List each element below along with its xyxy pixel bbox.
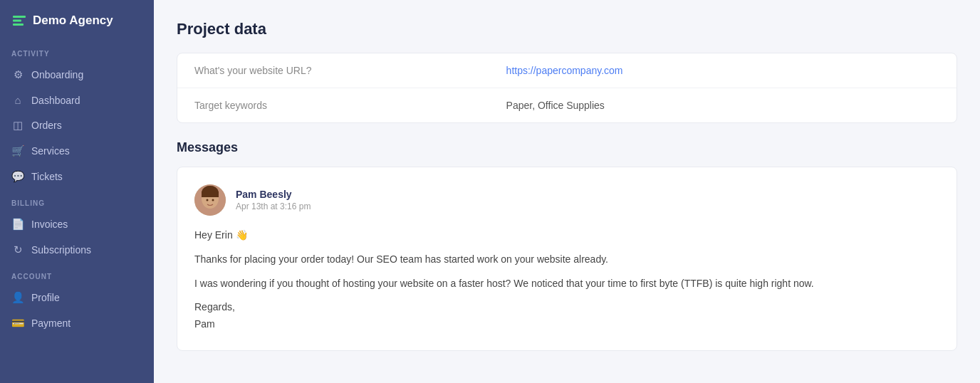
message-line: Thanks for placing your order today! Our… [194,251,939,268]
sidebar-item-subscriptions[interactable]: ↻ Subscriptions [0,237,154,263]
sidebar-item-payment[interactable]: 💳 Payment [0,310,154,336]
app-logo: Demo Agency [0,0,154,40]
logo-icon [11,13,27,28]
project-data-card: What's your website URL?https://papercom… [177,53,957,123]
sidebar-item-label: Invoices [31,219,68,230]
message-header: Pam Beesly Apr 13th at 3:16 pm [194,184,939,216]
message-line: I was wondering if you thought of hostin… [194,276,939,293]
svg-rect-1 [13,20,21,22]
sidebar-item-label: Tickets [31,171,63,182]
message-date: Apr 13th at 3:16 pm [236,201,311,211]
billing-section-label: BILLING [0,189,154,211]
message-body: Hey Erin 👋Thanks for placing your order … [194,227,939,333]
subscriptions-icon: ↻ [11,243,24,256]
message-line: Hey Erin 👋 [194,227,939,244]
invoices-icon: 📄 [11,218,24,231]
sidebar-item-onboarding[interactable]: ⚙ Onboarding [0,62,154,88]
sidebar-item-label: Profile [31,292,60,303]
table-row: Target keywordsPaper, Office Supplies [177,88,956,123]
sidebar-item-label: Subscriptions [31,244,91,256]
sidebar-item-label: Services [31,145,70,157]
orders-icon: ◫ [11,119,24,132]
field-label: Target keywords [177,88,489,123]
field-label: What's your website URL? [177,53,489,88]
field-value[interactable]: https://papercompany.com [489,53,956,88]
table-row: What's your website URL?https://papercom… [177,53,956,88]
sidebar-item-orders[interactable]: ◫ Orders [0,112,154,138]
payment-icon: 💳 [11,317,24,330]
sidebar-item-invoices[interactable]: 📄 Invoices [0,211,154,237]
svg-point-6 [207,199,209,201]
message-card: Pam Beesly Apr 13th at 3:16 pm Hey Erin … [177,167,957,351]
sidebar: Demo Agency ACTIVITY ⚙ Onboarding ⌂ Dash… [0,0,154,383]
app-name: Demo Agency [33,14,113,28]
svg-rect-0 [13,16,26,18]
website-url-link[interactable]: https://papercompany.com [506,65,623,76]
sidebar-item-label: Onboarding [31,69,83,80]
onboarding-icon: ⚙ [11,68,24,81]
messages-title: Messages [177,140,957,155]
sidebar-item-label: Payment [31,318,71,329]
message-author: Pam Beesly [236,189,311,200]
dashboard-icon: ⌂ [11,94,24,106]
services-icon: 🛒 [11,145,24,157]
sidebar-item-dashboard[interactable]: ⌂ Dashboard [0,88,154,112]
svg-point-7 [212,199,214,201]
message-line: Regards, Pam [194,299,939,333]
tickets-icon: 💬 [11,170,24,183]
account-section-label: ACCOUNT [0,263,154,285]
sidebar-item-services[interactable]: 🛒 Services [0,138,154,164]
svg-rect-9 [202,192,219,197]
svg-rect-2 [13,23,24,26]
page-title: Project data [177,20,957,38]
message-meta: Pam Beesly Apr 13th at 3:16 pm [236,189,311,211]
sidebar-item-label: Dashboard [31,95,80,106]
project-data-table: What's your website URL?https://papercom… [177,53,956,122]
profile-icon: 👤 [11,291,24,304]
sidebar-item-tickets[interactable]: 💬 Tickets [0,164,154,189]
activity-section-label: ACTIVITY [0,40,154,62]
field-value: Paper, Office Supplies [489,88,956,123]
avatar [194,184,226,216]
sidebar-item-label: Orders [31,120,62,131]
sidebar-item-profile[interactable]: 👤 Profile [0,285,154,310]
main-content: Project data What's your website URL?htt… [154,0,980,383]
